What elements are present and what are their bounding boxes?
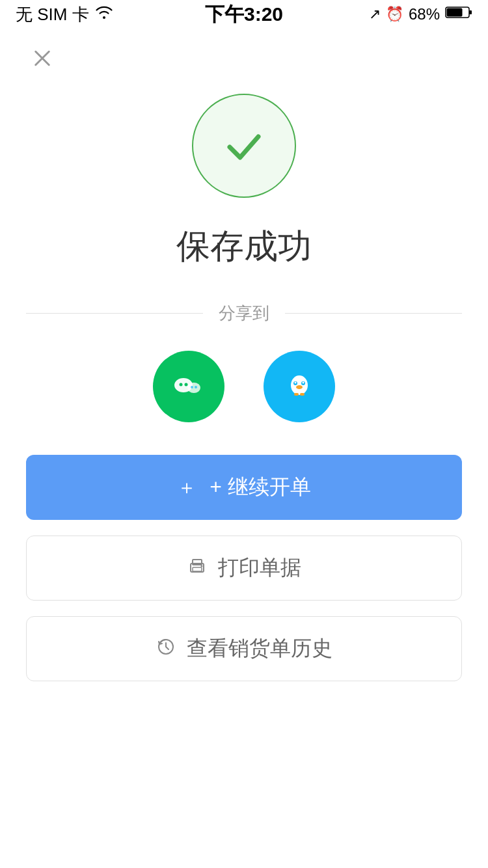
continue-label: + 继续开单	[210, 473, 311, 502]
svg-rect-16	[300, 393, 305, 396]
alarm-icon: ⏰	[386, 6, 403, 23]
battery-icon	[445, 5, 472, 23]
svg-point-7	[191, 386, 193, 388]
svg-point-14	[296, 385, 303, 389]
svg-point-8	[195, 386, 197, 388]
svg-rect-15	[294, 393, 299, 396]
svg-rect-2	[447, 8, 463, 17]
wifi-icon	[94, 5, 114, 25]
history-icon	[156, 636, 176, 662]
status-bar-time: 下午3:20	[205, 1, 283, 28]
share-label: 分享到	[203, 302, 285, 325]
share-line-left	[26, 313, 203, 314]
no-sim-label: 无 SIM 卡	[16, 3, 89, 26]
location-icon: ↗	[369, 6, 381, 23]
print-button[interactable]: 打印单据	[26, 536, 462, 601]
svg-rect-1	[469, 10, 472, 14]
continue-button[interactable]: ＋ + 继续开单	[26, 455, 462, 520]
svg-rect-19	[193, 567, 202, 571]
action-buttons: ＋ + 继续开单 打印单据	[26, 455, 462, 681]
history-button[interactable]: 查看销货单历史	[26, 616, 462, 681]
share-line-right	[285, 313, 462, 314]
history-label: 查看销货单历史	[187, 634, 332, 663]
status-bar-left: 无 SIM 卡	[16, 3, 114, 26]
svg-point-20	[201, 565, 203, 567]
close-button[interactable]	[26, 42, 59, 74]
status-bar-right: ↗ ⏰ 68%	[369, 5, 472, 23]
print-label: 打印单据	[218, 554, 301, 582]
wechat-share-button[interactable]	[153, 351, 224, 422]
share-divider-row: 分享到	[26, 302, 462, 325]
plus-icon: ＋	[177, 474, 197, 501]
share-section: 分享到	[26, 302, 462, 422]
qq-share-button[interactable]	[264, 351, 335, 422]
print-icon	[187, 556, 208, 581]
success-icon-circle	[192, 94, 296, 198]
checkmark-icon	[218, 120, 270, 172]
svg-point-5	[180, 383, 183, 387]
success-title: 保存成功	[176, 224, 312, 269]
main-content: 保存成功 分享到	[0, 29, 488, 868]
svg-point-6	[185, 383, 188, 387]
share-icons	[153, 351, 335, 422]
svg-point-4	[187, 383, 200, 393]
battery-label: 68%	[409, 5, 440, 23]
svg-point-13	[303, 382, 305, 384]
status-bar: 无 SIM 卡 下午3:20 ↗ ⏰ 68%	[0, 0, 488, 29]
svg-point-12	[295, 382, 297, 384]
